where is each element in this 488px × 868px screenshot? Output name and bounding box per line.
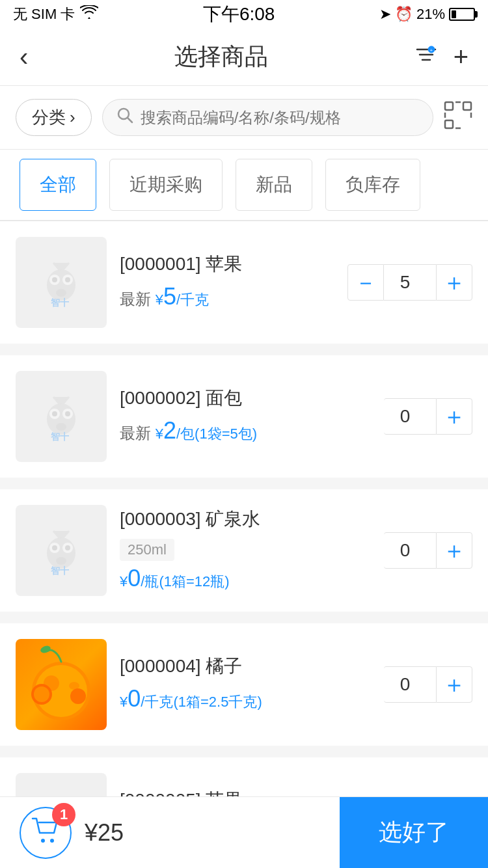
cart-badge: 1 [52, 803, 75, 826]
svg-point-19 [56, 289, 66, 297]
product-image-0000003: 智十 [16, 505, 107, 596]
confirm-label: 选好了 [379, 817, 449, 848]
product-info-0000003: [0000003] 矿泉水 250ml ¥0/瓶(1箱=12瓶) [120, 507, 371, 595]
chevron-right-icon: › [70, 107, 75, 128]
quantity-input-0000003[interactable] [384, 532, 436, 569]
product-image-0000002: 智十 [16, 371, 107, 462]
svg-line-6 [128, 118, 132, 122]
product-price-0000004: ¥0/千克(1箱=2.5千克) [120, 685, 371, 712]
svg-rect-7 [445, 102, 453, 110]
product-image-0000001: 智十 [16, 237, 107, 328]
wifi-icon [80, 5, 98, 23]
quantity-plus-0000002[interactable]: ＋ [436, 398, 472, 435]
svg-rect-8 [463, 102, 471, 110]
list-item: 智十 [0000003] 矿泉水 250ml ¥0/瓶(1箱=12瓶) ＋ [0, 489, 488, 612]
cart-icon-wrap[interactable]: 1 [20, 807, 72, 859]
quantity-control-0000002: ＋ [384, 398, 472, 435]
product-price-0000002: 最新 ¥2/包(1袋=5包) [120, 417, 371, 444]
search-icon [116, 106, 134, 129]
product-price-0000003: ¥0/瓶(1箱=12瓶) [120, 565, 371, 592]
nav-left: ‹ [20, 42, 28, 72]
tab-new[interactable]: 新品 [236, 159, 312, 211]
list-item: [0000004] 橘子 ¥0/千克(1箱=2.5千克) ＋ [0, 623, 488, 746]
tab-bar: 全部近期采购新品负库存 [0, 150, 488, 221]
separator [0, 613, 488, 623]
category-label: 分类 [32, 106, 66, 129]
scan-icon[interactable] [444, 101, 472, 135]
quantity-control-0000004: ＋ [384, 666, 472, 703]
svg-point-26 [56, 423, 66, 431]
filter-bar: 分类 › [0, 86, 488, 150]
add-icon[interactable]: + [454, 42, 468, 72]
product-image-0000004 [16, 639, 107, 730]
svg-point-65 [50, 839, 54, 843]
svg-text:智十: 智十 [50, 431, 70, 442]
svg-text:智十: 智十 [50, 297, 70, 308]
location-icon: ➤ [379, 6, 391, 23]
svg-point-64 [41, 839, 45, 843]
quantity-plus-0000001[interactable]: ＋ [436, 264, 472, 301]
status-carrier: 无 SIM 卡 [13, 5, 98, 24]
product-info-0000002: [0000002] 面包 最新 ¥2/包(1袋=5包) [120, 386, 371, 447]
quantity-plus-0000003[interactable]: ＋ [436, 532, 472, 569]
nav-bar: ‹ 选择商品 + + [0, 29, 488, 86]
separator [0, 479, 488, 489]
nav-right: + + [414, 42, 468, 72]
quantity-input-0000004[interactable] [384, 666, 436, 703]
product-spec-0000003: 250ml [120, 539, 174, 561]
svg-rect-9 [445, 120, 453, 128]
quantity-input-0000002[interactable] [384, 398, 436, 435]
svg-point-41 [34, 686, 49, 702]
cart-section: 1 ¥25 [0, 807, 340, 859]
svg-point-17 [52, 277, 57, 282]
carrier-text: 无 SIM 卡 [13, 5, 75, 24]
status-indicators: ➤ ⏰ 21% [379, 6, 475, 23]
svg-point-33 [56, 557, 66, 565]
status-time: 下午6:08 [203, 2, 275, 27]
filter-icon[interactable]: + [414, 43, 438, 72]
svg-point-39 [40, 645, 51, 655]
product-info-0000004: [0000004] 橘子 ¥0/千克(1箱=2.5千克) [120, 654, 371, 715]
search-input[interactable] [141, 109, 420, 127]
product-info-0000001: [0000001] 苹果 最新 ¥5/千克 [120, 252, 334, 313]
quantity-minus-0000001[interactable]: － [347, 264, 384, 301]
svg-point-25 [65, 411, 70, 416]
quantity-control-0000001: － ＋ [347, 264, 472, 301]
battery-percent: 21% [416, 6, 445, 23]
category-button[interactable]: 分类 › [16, 99, 92, 136]
back-button[interactable]: ‹ [20, 42, 28, 72]
product-name-0000001: [0000001] 苹果 [120, 252, 334, 277]
separator [0, 345, 488, 355]
alarm-icon: ⏰ [395, 6, 413, 23]
svg-point-42 [70, 688, 86, 704]
tab-all[interactable]: 全部 [20, 159, 96, 211]
product-name-0000004: [0000004] 橘子 [120, 654, 371, 679]
list-item: 智十 [0000002] 面包 最新 ¥2/包(1袋=5包) ＋ [0, 355, 488, 478]
battery-icon [449, 8, 475, 21]
tab-recent[interactable]: 近期采购 [109, 159, 223, 211]
quantity-plus-0000004[interactable]: ＋ [436, 666, 472, 703]
status-bar: 无 SIM 卡 下午6:08 ➤ ⏰ 21% [0, 0, 488, 29]
quantity-control-0000003: ＋ [384, 532, 472, 569]
cart-total: ¥25 [85, 819, 124, 847]
product-name-0000003: [0000003] 矿泉水 [120, 507, 371, 532]
tab-negative[interactable]: 负库存 [325, 159, 420, 211]
svg-point-32 [65, 545, 70, 550]
confirm-button[interactable]: 选好了 [340, 797, 488, 869]
product-list: 智十 [0000001] 苹果 最新 ¥5/千克 － ＋ 智十 [0000002… [0, 221, 488, 868]
svg-point-31 [52, 545, 57, 550]
bottom-bar: 1 ¥25 选好了 [0, 796, 488, 868]
list-item: 智十 [0000001] 苹果 最新 ¥5/千克 － ＋ [0, 221, 488, 344]
svg-text:智十: 智十 [50, 565, 70, 576]
svg-point-18 [65, 277, 70, 282]
page-title: 选择商品 [174, 41, 268, 73]
product-price-0000001: 最新 ¥5/千克 [120, 283, 334, 310]
separator [0, 747, 488, 757]
svg-text:+: + [429, 47, 433, 53]
svg-point-24 [52, 411, 57, 416]
product-name-0000002: [0000002] 面包 [120, 386, 371, 411]
quantity-input-0000001[interactable] [384, 264, 436, 301]
search-box [102, 99, 433, 136]
